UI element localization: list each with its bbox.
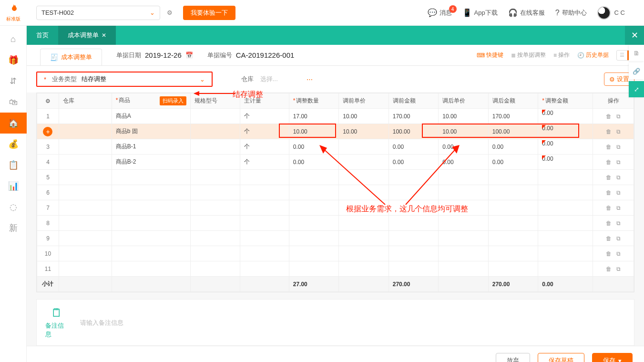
tabs-close-all[interactable]: ✕ (625, 26, 644, 45)
avatar (597, 6, 611, 20)
copy-icon[interactable]: ⧉ (616, 235, 621, 242)
close-icon[interactable]: ✕ (102, 32, 106, 39)
more-icon[interactable]: ⋯ (307, 76, 314, 83)
msg-badge: 4 (449, 5, 457, 13)
support-link[interactable]: 🎧在线客服 (508, 8, 545, 17)
delete-icon[interactable]: 🗑 (606, 189, 612, 196)
delete-icon[interactable]: 🗑 (606, 250, 612, 257)
tab-home[interactable]: 首页 (27, 26, 58, 45)
remarks-label: 🗒 备注信息 (45, 306, 69, 339)
table-row[interactable]: 8🗑⧉ (37, 216, 634, 231)
copy-icon[interactable]: ⧉ (616, 205, 621, 211)
dock-link-icon[interactable]: 🔗 (629, 63, 644, 79)
table-row[interactable]: 5🗑⧉ (37, 170, 634, 185)
company-name: TEST-H002 (41, 9, 74, 16)
data-table: ⚙ 仓库 *商品扫码录入 规格型号 主计量 *调整数量 调前单价 调前金额 调后… (36, 93, 634, 292)
copy-icon[interactable]: ⧉ (616, 144, 621, 150)
table-header-row: ⚙ 仓库 *商品扫码录入 规格型号 主计量 *调整数量 调前单价 调前金额 调后… (37, 93, 634, 109)
business-type-select[interactable]: * 业务类型 结存调整 ⌄ (36, 72, 213, 87)
nav-new-icon[interactable]: 新 (0, 217, 27, 238)
nav-ring-icon[interactable]: ◌ (0, 197, 27, 217)
table-row[interactable]: 11🗑⧉ (37, 261, 634, 277)
app-download-link[interactable]: 📱App下载 (462, 8, 498, 17)
shortcut-action[interactable]: ⌨ 快捷键 (477, 51, 503, 59)
nav-clipboard-icon[interactable]: 📋 (0, 155, 27, 176)
hdr-gear[interactable]: ⚙ (37, 93, 59, 109)
delete-icon[interactable]: 🗑 (606, 235, 612, 242)
nav-report-icon[interactable]: 📊 (0, 176, 27, 197)
table-row[interactable]: 10🗑⧉ (37, 246, 634, 261)
copy-icon[interactable]: ⧉ (616, 159, 621, 165)
delete-icon[interactable]: 🗑 (606, 128, 612, 135)
nav-updown-icon[interactable]: ⇵ (0, 71, 27, 92)
nav-warehouse-icon[interactable]: 🏠 (0, 113, 27, 134)
delete-icon[interactable]: 🗑 (606, 220, 612, 227)
nav-gift-icon[interactable]: 🎁 (0, 50, 27, 71)
copy-icon[interactable]: ⧉ (616, 113, 621, 120)
help-icon: ? (555, 9, 560, 17)
table-row[interactable]: 4商品B-2个0.000.000.000.000.00🗑⧉ (37, 155, 634, 170)
user-menu[interactable]: C C (597, 6, 625, 20)
table-row[interactable]: 6🗑⧉ (37, 185, 634, 200)
hdr-op: 操作 (593, 93, 634, 109)
delete-icon[interactable]: 🗑 (606, 113, 612, 120)
save-draft-button[interactable]: 保存草稿 (538, 353, 584, 362)
copy-icon[interactable]: ⧉ (616, 266, 621, 272)
nav-bag-icon[interactable]: 🛍 (0, 92, 27, 113)
doc-title-tab[interactable]: 🧾成本调整单 (40, 49, 102, 65)
help-link[interactable]: ?帮助中心 (555, 9, 587, 17)
page-tabs: 首页 成本调整单✕ ✕ (27, 26, 644, 45)
gear-icon: ⚙ (609, 76, 615, 83)
table-row[interactable]: 9🗑⧉ (37, 231, 634, 246)
left-sidebar: ⌂ 🎁 ⇵ 🛍 🏠 💰 📋 📊 ◌ 新 (0, 26, 27, 362)
table-row[interactable]: 7🗑⧉ (37, 200, 634, 216)
warehouse-select[interactable]: 仓库 选择... (241, 75, 278, 83)
clipboard-icon: 🗒 (51, 306, 62, 320)
gear-icon[interactable]: ⚙ (167, 9, 173, 16)
trial-button[interactable]: 我要体验一下 (183, 6, 235, 20)
action-footer: 放弃 保存草稿 保存▾ (27, 346, 644, 362)
nav-money-icon[interactable]: 💰 (0, 134, 27, 155)
delete-icon[interactable]: 🗑 (606, 205, 612, 211)
table-row[interactable]: 3商品B-1个0.000.000.000.000.00🗑⧉ (37, 139, 634, 155)
copy-icon[interactable]: ⧉ (616, 220, 621, 227)
doc-actions: ⌨ 快捷键 ≣ 按单据调整 ≡ 操作 🕘 历史单据 ☰▦ (477, 50, 638, 61)
table-row[interactable]: +商品b 固个10.0010.00100.0010.00100.000.00🗑⧉ (37, 124, 634, 139)
company-select[interactable]: TEST-H002 ⌄ (36, 6, 160, 20)
brand-logo: 标准版 (0, 3, 27, 22)
discard-button[interactable]: 放弃 (496, 353, 530, 362)
delete-icon[interactable]: 🗑 (606, 174, 612, 181)
messages-link[interactable]: 💬 消息 4 (428, 8, 452, 17)
brand-tier: 标准版 (6, 16, 20, 22)
dock-expand-icon[interactable]: ⤢ (629, 81, 644, 97)
delete-icon[interactable]: 🗑 (606, 159, 612, 165)
nav-home-icon[interactable]: ⌂ (0, 29, 27, 50)
copy-icon[interactable]: ⧉ (616, 250, 621, 257)
ops-action[interactable]: ≡ 操作 (553, 51, 570, 59)
right-dock: 🗎 🔗 ⤢ (629, 45, 644, 97)
phone-icon: 📱 (462, 8, 472, 17)
copy-icon[interactable]: ⧉ (616, 189, 621, 196)
chevron-down-icon: ▾ (618, 357, 622, 362)
copy-icon[interactable]: ⧉ (616, 174, 621, 181)
chevron-down-icon: ⌄ (150, 9, 155, 16)
table-row[interactable]: 1商品A个17.0010.00170.0010.00170.000.00🗑⧉ (37, 109, 634, 124)
delete-icon[interactable]: 🗑 (606, 144, 612, 150)
document-header: 🧾成本调整单 单据日期 2019-12-26 📅 单据编号 CA-2019122… (27, 45, 644, 66)
hdr-spec: 规格型号 (190, 93, 240, 109)
flame-icon (8, 3, 19, 15)
tab-cost-adjust[interactable]: 成本调整单✕ (58, 26, 116, 45)
delete-icon[interactable]: 🗑 (606, 266, 612, 272)
filter-row: * 业务类型 结存调整 ⌄ 仓库 选择... ⋯ ⚙设置 (27, 66, 644, 93)
remarks-input[interactable] (80, 319, 625, 326)
dock-doc-icon[interactable]: 🗎 (629, 45, 644, 61)
doc-date-field[interactable]: 单据日期 2019-12-26 📅 (116, 51, 193, 60)
by-doc-action[interactable]: ≣ 按单据调整 (511, 51, 546, 59)
required-star: * (44, 76, 46, 83)
copy-icon[interactable]: ⧉ (616, 128, 621, 135)
add-row-button[interactable]: + (43, 127, 52, 136)
history-action[interactable]: 🕘 历史单据 (577, 51, 609, 59)
save-button[interactable]: 保存▾ (592, 353, 633, 362)
app-header: 标准版 TEST-H002 ⌄ ⚙ 我要体验一下 💬 消息 4 📱App下载 🎧… (0, 0, 644, 26)
scan-badge[interactable]: 扫码录入 (160, 96, 186, 105)
